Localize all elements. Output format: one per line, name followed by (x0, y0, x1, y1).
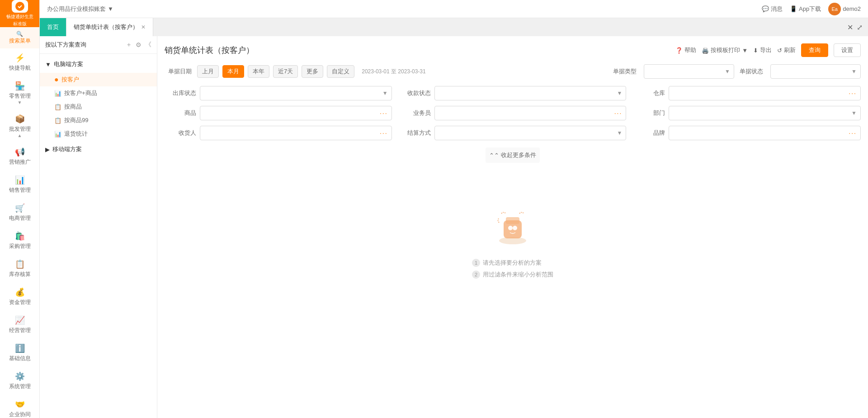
goods-dots-icon: ··· (380, 109, 388, 117)
payment-status-arrow-icon: ▼ (617, 90, 622, 96)
goods-select[interactable]: ··· (200, 106, 392, 120)
tab-sales-stat[interactable]: 销货单统计表（按客户） ✕ (66, 18, 153, 36)
scheme-item-by-goods99[interactable]: 📋 按商品99 (40, 114, 157, 127)
filter-area: 销货单统计表（按客户） ❓ 帮助 🖨️ 按模板打印 ▼ ⬇ 导出 (157, 36, 868, 418)
scheme-item-return-stat[interactable]: 📊 退货统计 (40, 127, 157, 141)
sidebar-item-marketing[interactable]: 📢 营销推广 (0, 142, 40, 171)
purchase-icon: 🛍️ (15, 231, 25, 241)
brand-select[interactable]: ··· (669, 126, 861, 140)
out-status-arrow-icon: ▼ (382, 90, 388, 96)
payment-method-select[interactable]: ▼ (434, 126, 627, 140)
query-button[interactable]: 查询 (801, 43, 828, 57)
scheme-collapse-icon[interactable]: 《 (145, 41, 151, 49)
salesperson-label: 业务员 (399, 109, 431, 117)
inventory-icon: 📋 (15, 259, 25, 269)
app-download-btn[interactable]: 📱 App下载 (790, 5, 821, 13)
scheme-add-icon[interactable]: ＋ (126, 41, 132, 49)
date-btn-custom[interactable]: 自定义 (327, 65, 354, 78)
scheme-settings-icon[interactable]: ⚙ (136, 41, 142, 48)
receiver-dots-icon: ··· (380, 129, 388, 137)
page-title-actions: ❓ 帮助 🖨️ 按模板打印 ▼ ⬇ 导出 ↺ 刷新 (675, 43, 861, 57)
export-icon: ⬇ (753, 47, 758, 54)
sidebar-item-finance[interactable]: 💰 资金管理 (0, 283, 40, 311)
scheme-group-mobile: ▶ 移动端方案 (40, 142, 157, 156)
scheme-item-by-goods[interactable]: 📋 按商品 (40, 100, 157, 114)
type-select[interactable]: ▼ (644, 64, 734, 79)
topbar: 办公用品行业模拟账套 ▼ 💬 消息 📱 App下载 Ea demo2 (40, 0, 868, 18)
sidebar-item-sales-label: 销售管理 (9, 186, 31, 194)
status-select[interactable]: ▼ (770, 64, 861, 79)
tab-home[interactable]: 首页 (40, 18, 66, 36)
collapse-label: 收起更多条件 (501, 151, 536, 159)
sidebar-item-wholesale[interactable]: 📦 批发管理 ▲ (0, 109, 40, 142)
sidebar-item-enterprise[interactable]: 🤝 企业协同 (0, 395, 40, 418)
sidebar-item-marketing-label: 营销推广 (9, 158, 31, 166)
out-status-select[interactable]: ▼ (200, 86, 392, 100)
scheme-item-by-customer[interactable]: ● 按客户 (40, 73, 157, 86)
sidebar-item-operation[interactable]: 📈 经营管理 (0, 311, 40, 339)
salesperson-select[interactable]: ··· (434, 106, 627, 120)
sidebar-item-retail[interactable]: 🏪 零售管理 ▼ (0, 76, 40, 109)
page-title: 销货单统计表（按客户） (165, 45, 254, 56)
help-icon: ❓ (675, 47, 683, 54)
sidebar-item-inventory[interactable]: 📋 库存核算 (0, 255, 40, 283)
logo-icon (12, 0, 28, 13)
filter-salesperson: 业务员 ··· (399, 106, 627, 120)
scheme-tree: ▼ 电脑端方案 ● 按客户 📊 按客户+商品 📋 (40, 54, 157, 160)
tabbar: 首页 销货单统计表（按客户） ✕ ✕ ⤢ (40, 18, 868, 36)
scheme-group-desktop-header[interactable]: ▼ 电脑端方案 (40, 57, 157, 71)
refresh-btn[interactable]: ↺ 刷新 (777, 46, 796, 54)
help-btn[interactable]: ❓ 帮助 (675, 46, 696, 54)
export-label: 导出 (760, 46, 772, 54)
window-maximize-icon[interactable]: ⤢ (857, 23, 863, 32)
window-close-icon[interactable]: ✕ (847, 23, 853, 32)
sidebar-item-system[interactable]: ⚙️ 系统管理 (0, 367, 40, 395)
sidebar-item-nav[interactable]: ⚡ 快捷导航 (0, 48, 40, 76)
date-btn-more[interactable]: 更多 (302, 65, 323, 78)
payment-status-select[interactable]: ▼ (434, 86, 627, 100)
sidebar-item-basic[interactable]: ℹ️ 基础信息 (0, 339, 40, 367)
sidebar-item-inventory-label: 库存核算 (9, 271, 31, 278)
tab-expand-area: ✕ ⤢ (842, 23, 868, 32)
warehouse-select[interactable]: ··· (669, 86, 861, 100)
department-arrow-icon: ▼ (851, 110, 857, 116)
sidebar-item-search[interactable]: 🔍 搜索菜单 (0, 27, 40, 48)
sidebar-item-ecommerce[interactable]: 🛒 电商管理 (0, 199, 40, 227)
print-icon: 🖨️ (702, 47, 709, 54)
sidebar-item-sales[interactable]: 📊 销售管理 (0, 171, 40, 199)
search-icon: 🔍 (2, 31, 38, 37)
message-btn[interactable]: 💬 消息 (762, 5, 783, 13)
user-avatar-area[interactable]: Ea demo2 (828, 3, 861, 15)
date-range-text: 2023-03-01 至 2023-03-31 (362, 68, 425, 76)
sidebar-item-purchase-label: 采购管理 (9, 242, 31, 250)
department-label: 部门 (633, 109, 665, 117)
print-btn[interactable]: 🖨️ 按模板打印 ▼ (702, 46, 748, 54)
export-btn[interactable]: ⬇ 导出 (753, 46, 772, 54)
scheme-header-title: 按以下方案查询 (45, 41, 86, 49)
operation-icon: 📈 (15, 315, 25, 325)
date-btn-this-year[interactable]: 本年 (248, 65, 269, 78)
tab-home-label: 首页 (47, 23, 59, 31)
scheme-item-customer-icon: ● (54, 76, 59, 84)
date-btn-last-month[interactable]: 上月 (197, 65, 219, 78)
scheme-item-customer-goods[interactable]: 📊 按客户+商品 (40, 86, 157, 100)
collapse-btn[interactable]: ⌃⌃ 收起更多条件 (486, 147, 540, 163)
department-select[interactable]: ▼ (669, 106, 861, 120)
wholesale-icon: 📦 (15, 114, 25, 124)
date-btn-this-month[interactable]: 本月 (222, 65, 244, 78)
sidebar-item-nav-label: 快捷导航 (9, 64, 31, 72)
svg-point-5 (513, 226, 517, 230)
receiver-select[interactable]: ··· (200, 126, 392, 140)
company-selector[interactable]: 办公用品行业模拟账套 ▼ (47, 5, 113, 13)
filter-out-status: 出库状态 ▼ (165, 86, 392, 100)
empty-hint-2: 2 用过滤条件来缩小分析范围 (472, 271, 553, 279)
sidebar-item-purchase[interactable]: 🛍️ 采购管理 (0, 227, 40, 255)
scheme-group-mobile-header[interactable]: ▶ 移动端方案 (40, 142, 157, 156)
settings-button[interactable]: 设置 (834, 43, 861, 57)
filter-department: 部门 ▼ (633, 106, 861, 120)
tab-close-icon[interactable]: ✕ (141, 24, 146, 30)
hint-text-1: 请先选择要分析的方案 (483, 259, 542, 267)
brand-label: 品牌 (633, 129, 665, 137)
date-btn-last-7[interactable]: 近7天 (273, 65, 298, 78)
marketing-icon: 📢 (15, 147, 25, 157)
